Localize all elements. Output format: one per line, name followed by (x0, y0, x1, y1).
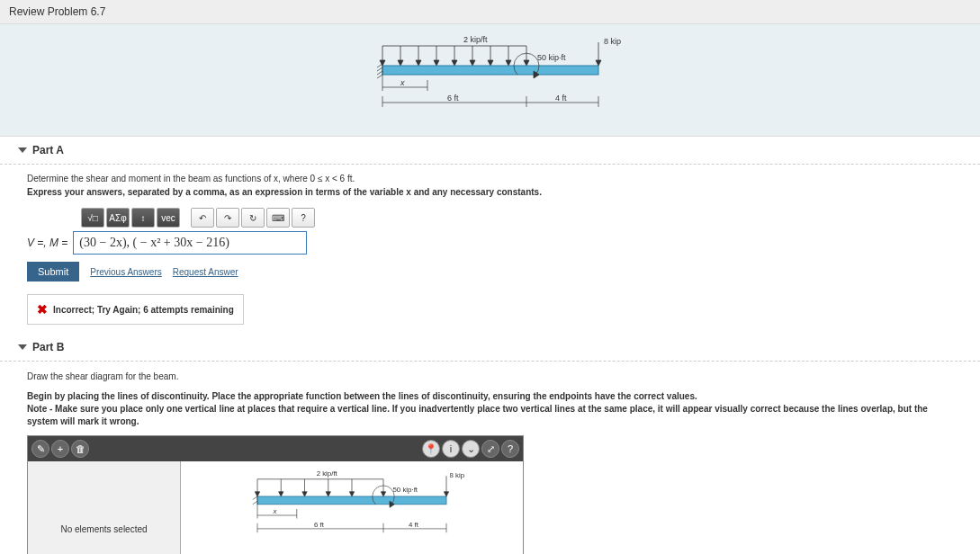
svg-marker-4 (398, 60, 403, 66)
submit-row: Submit Previous Answers Request Answer (27, 262, 953, 281)
submit-button[interactable]: Submit (27, 262, 79, 281)
pin-button[interactable]: 📍 (422, 440, 440, 458)
svg-line-25 (377, 75, 382, 78)
svg-line-58 (253, 496, 257, 500)
svg-marker-10 (452, 60, 457, 66)
svg-text:6 ft: 6 ft (447, 94, 459, 103)
svg-rect-20 (382, 66, 598, 75)
part-a-prompt1: Determine the shear and moment in the be… (27, 174, 953, 183)
svg-marker-63 (444, 492, 448, 496)
keyboard-button[interactable]: ⌨ (266, 208, 290, 228)
undo-button[interactable]: ↶ (191, 208, 214, 228)
beam-figure: 2 kip/ft 50 kip·ft 8 kip x (346, 35, 634, 125)
equation-toolbar: √□ ΑΣφ ↕ vec ↶ ↷ ↻ ⌨ ? (81, 208, 315, 228)
svg-marker-50 (326, 492, 330, 496)
greek-button[interactable]: ΑΣφ (106, 208, 130, 228)
part-b-prompt2: Begin by placing the lines of discontinu… (27, 390, 953, 428)
svg-line-23 (377, 67, 382, 71)
svg-text:x: x (273, 507, 278, 515)
svg-text:50 kip·ft: 50 kip·ft (393, 486, 418, 494)
vector-button[interactable]: vec (157, 208, 180, 228)
canvas-help-button[interactable]: ? (501, 440, 519, 458)
answer-label: V =, M = (27, 237, 67, 249)
request-answer-link[interactable]: Request Answer (173, 267, 238, 277)
redo-button[interactable]: ↷ (216, 208, 239, 228)
svg-marker-52 (349, 492, 354, 496)
svg-marker-29 (596, 60, 601, 66)
svg-marker-14 (488, 60, 493, 66)
fit-button[interactable]: ⤢ (481, 440, 499, 458)
svg-text:2 kip/ft: 2 kip/ft (463, 35, 488, 44)
svg-text:8 kip: 8 kip (450, 471, 465, 479)
svg-text:4 ft: 4 ft (409, 521, 419, 529)
svg-marker-8 (434, 60, 439, 66)
canvas-main[interactable]: 2 kip/ft 50 kip·ft 8 kip (181, 461, 523, 554)
x-icon: ✖ (37, 302, 48, 317)
answer-input[interactable]: (30 − 2x), ( − x² + 30x − 216) (73, 231, 307, 255)
svg-text:6 ft: 6 ft (314, 521, 325, 529)
drawing-canvas-panel: ✎ + 🗑 📍 i ⌄ ⤢ ? No elements selected (27, 435, 524, 554)
part-b-body: Draw the shear diagram for the beam. Beg… (0, 362, 980, 554)
main-figure-panel: 2 kip/ft 50 kip·ft 8 kip x (0, 24, 980, 137)
templates-button[interactable]: √□ (81, 208, 104, 228)
dropdown-button[interactable]: ⌄ (462, 440, 480, 458)
svg-marker-16 (506, 60, 511, 66)
svg-marker-48 (302, 492, 307, 496)
part-b-header[interactable]: Part B (0, 334, 980, 362)
previous-answers-link[interactable]: Previous Answers (90, 267, 161, 277)
pencil-button[interactable]: ✎ (31, 440, 49, 458)
part-a-title: Part A (32, 144, 64, 156)
answer-row: V =, M = (30 − 2x), ( − x² + 30x − 216) (27, 231, 953, 255)
feedback-text: Incorrect; Try Again; 6 attempts remaini… (53, 305, 234, 315)
chevron-down-icon (18, 344, 27, 350)
svg-marker-18 (524, 60, 529, 66)
add-button[interactable]: + (51, 440, 69, 458)
part-b-prompt1: Draw the shear diagram for the beam. (27, 371, 953, 383)
svg-marker-54 (381, 492, 385, 496)
canvas-toolbar: ✎ + 🗑 📍 i ⌄ ⤢ ? (28, 436, 523, 461)
svg-text:x: x (400, 78, 405, 87)
svg-marker-46 (279, 492, 283, 496)
canvas-sidebar: No elements selected (28, 461, 181, 554)
mini-beam-figure: 2 kip/ft 50 kip·ft 8 kip (226, 469, 478, 550)
svg-line-59 (253, 501, 257, 505)
trash-button[interactable]: 🗑 (71, 440, 89, 458)
chevron-down-icon (18, 147, 27, 153)
svg-rect-56 (257, 496, 446, 505)
help-button[interactable]: ? (292, 208, 315, 228)
svg-text:8 kip: 8 kip (604, 37, 621, 46)
page-title: Review Problem 6.7 (9, 5, 105, 18)
svg-text:2 kip/ft: 2 kip/ft (317, 469, 338, 478)
subscript-button[interactable]: ↕ (131, 208, 155, 228)
part-b-title: Part B (32, 341, 64, 353)
feedback-box: ✖ Incorrect; Try Again; 6 attempts remai… (27, 294, 244, 325)
reset-button[interactable]: ↻ (241, 208, 265, 228)
svg-text:4 ft: 4 ft (555, 94, 567, 103)
no-selection-text: No elements selected (60, 524, 147, 534)
svg-line-22 (377, 64, 382, 67)
svg-marker-12 (470, 60, 475, 66)
svg-marker-6 (416, 60, 421, 66)
svg-text:50 kip·ft: 50 kip·ft (537, 53, 566, 62)
page-header: Review Problem 6.7 (0, 0, 980, 24)
svg-line-24 (377, 71, 382, 75)
part-a-prompt2: Express your answers, separated by a com… (27, 187, 953, 197)
info-button[interactable]: i (442, 440, 460, 458)
part-a-body: Determine the shear and moment in the be… (0, 165, 980, 334)
part-a-header[interactable]: Part A (0, 137, 980, 165)
